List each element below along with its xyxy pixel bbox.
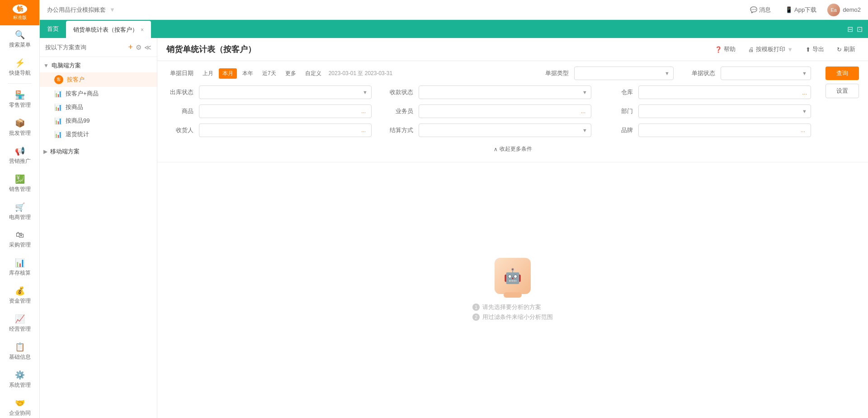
scheme-item-return-stats[interactable]: 📊 退货统计	[40, 128, 157, 141]
brand-more[interactable]: ...	[799, 127, 807, 133]
receiver-more[interactable]: ...	[359, 127, 368, 133]
sidebar-item-purchase[interactable]: 🛍 采购管理	[0, 226, 40, 253]
enterprise-icon: 🤝	[15, 398, 25, 408]
filter-row-2: 出库状态 ▼ 收款状态 ▼ 仓库	[166, 86, 811, 99]
product-more[interactable]: ...	[359, 108, 368, 114]
help-button[interactable]: ❓ 帮助	[711, 43, 739, 55]
sidebar-item-inventory[interactable]: 📊 库存核算	[0, 253, 40, 281]
chart-icon-3: 📊	[54, 117, 62, 124]
brand-select[interactable]: ...	[638, 124, 811, 137]
department-select[interactable]: ▼	[638, 104, 811, 118]
mobile-group-title[interactable]: ▶ 移动端方案	[40, 145, 157, 158]
minimize-icon[interactable]: ⊟	[847, 25, 853, 33]
sidebar-item-label: 搜索菜单	[9, 41, 31, 49]
sidebar-item-ecommerce[interactable]: 🛒 电商管理	[0, 198, 40, 226]
tab-active[interactable]: 销货单统计表（按客户） ×	[66, 21, 151, 39]
sidebar-item-finance[interactable]: 💰 资金管理	[0, 281, 40, 309]
right-content: 销货单统计表（按客户） ❓ 帮助 🖨 按模板打印 ▼ ⬆	[157, 38, 868, 418]
date-this-year[interactable]: 本年	[239, 68, 257, 79]
date-last-month[interactable]: 上月	[199, 68, 217, 79]
user-area[interactable]: Ea demo2	[827, 4, 861, 16]
settings-button[interactable]: 设置	[826, 84, 859, 98]
filter-area: 单据日期 上月 本月 本年 近7天 更多 自定义 2023-03-01 至 20…	[157, 61, 868, 162]
sidebar-item-operations[interactable]: 📈 经营管理	[0, 309, 40, 337]
scheme-item-by-customer-product[interactable]: 📊 按客户+商品	[40, 87, 157, 100]
page-title-bar: 销货单统计表（按客户） ❓ 帮助 🖨 按模板打印 ▼ ⬆	[157, 38, 868, 61]
message-label: 消息	[759, 6, 771, 14]
scheme-item-label: 按商品	[66, 103, 83, 111]
date-last-7days[interactable]: 近7天	[259, 68, 280, 79]
refresh-button[interactable]: ↻ 刷新	[833, 43, 859, 55]
out-status-select[interactable]: ▼	[199, 86, 372, 99]
scheme-item-by-product-99[interactable]: 📊 按商品99	[40, 114, 157, 128]
inventory-icon: 📊	[15, 258, 25, 268]
empty-text: 1 请先选择要分析的方案 2 用过滤条件来缩小分析范围	[472, 301, 553, 323]
scheme-item-label: 退货统计	[66, 130, 89, 138]
product-label: 商品	[166, 107, 193, 115]
logo-icon: 畅	[13, 5, 27, 14]
sidebar-item-wholesale[interactable]: 📦 批发管理	[0, 114, 40, 142]
salesperson-select[interactable]: ...	[419, 104, 591, 118]
filter-row-4: 收货人 ... 结算方式 ▼ 品牌	[166, 124, 811, 137]
export-button[interactable]: ⬆ 导出	[802, 43, 828, 55]
sidebar-item-system[interactable]: ⚙️ 系统管理	[0, 366, 40, 394]
sidebar-item-enterprise[interactable]: 🤝 企业协同	[0, 394, 40, 418]
sidebar-item-marketing[interactable]: 📢 营销推广	[0, 142, 40, 170]
app-logo: 畅 标准版	[0, 0, 40, 25]
date-range-text: 2023-03-01 至 2023-03-31	[329, 70, 392, 77]
hint2-text: 用过滤条件来缩小分析范围	[482, 313, 553, 321]
system-icon: ⚙️	[15, 370, 25, 380]
product-select[interactable]: ...	[199, 104, 372, 118]
collapse-button[interactable]: ∧ 收起更多条件	[166, 142, 859, 157]
sidebar-item-label: 快捷导航	[9, 69, 31, 77]
doc-status-label: 单据状态	[688, 69, 715, 77]
mobile-group-arrow-icon: ▶	[43, 148, 47, 155]
query-button[interactable]: 查询	[826, 66, 859, 80]
sidebar-item-basic[interactable]: 📋 基础信息	[0, 337, 40, 366]
scheme-item-by-product[interactable]: 📊 按商品	[40, 100, 157, 114]
out-status-arrow: ▼	[363, 90, 368, 95]
date-this-month[interactable]: 本月	[219, 68, 237, 79]
desktop-group-title[interactable]: ▼ 电脑端方案	[40, 59, 157, 72]
date-more[interactable]: 更多	[282, 68, 300, 79]
doc-type-select[interactable]: ▼	[574, 66, 674, 80]
doc-status-arrow: ▼	[802, 71, 807, 76]
sidebar-item-sales[interactable]: 💹 销售管理	[0, 170, 40, 198]
retail-icon: 🏪	[15, 90, 25, 100]
date-custom[interactable]: 自定义	[302, 68, 325, 79]
refresh-icon: ↻	[837, 46, 842, 53]
scheme-collapse-button[interactable]: ≪	[144, 43, 151, 52]
tab-bar-icons: ⊟ ⊡	[847, 25, 868, 33]
header-left: 办公用品行业模拟账套 ▼	[47, 6, 115, 14]
app-download-button[interactable]: 📱 App下载	[782, 4, 820, 16]
home-tab-label: 首页	[47, 25, 59, 33]
scheme-panel-header: 按以下方案查询 + ⚙ ≪	[40, 38, 157, 57]
receiver-select[interactable]: ...	[199, 124, 372, 137]
page-content: 按以下方案查询 + ⚙ ≪ ▼ 电脑端方案 客 按客户 📊	[40, 38, 868, 418]
warehouse-select[interactable]: ...	[638, 86, 811, 99]
brand-label: 品牌	[606, 126, 633, 134]
tab-home[interactable]: 首页	[40, 20, 66, 38]
maximize-icon[interactable]: ⊡	[857, 25, 863, 33]
settlement-select[interactable]: ▼	[419, 124, 591, 137]
scheme-settings-button[interactable]: ⚙	[136, 43, 142, 52]
scheme-item-by-customer[interactable]: 客 按客户	[40, 72, 157, 87]
sidebar-item-retail[interactable]: 🏪 零售管理	[0, 86, 40, 114]
scheme-item-label: 按客户+商品	[66, 90, 99, 98]
sidebar-item-quick-nav[interactable]: ⚡ 快捷导航	[0, 53, 40, 81]
scheme-item-label: 按客户	[67, 76, 85, 84]
scheme-add-button[interactable]: +	[128, 43, 133, 52]
message-button[interactable]: 💬 消息	[746, 4, 774, 16]
breadcrumb-chevron: ▼	[109, 6, 115, 13]
filter-row-3: 商品 ... 业务员 ... 部门	[166, 104, 811, 118]
filter-row-date: 单据日期 上月 本月 本年 近7天 更多 自定义 2023-03-01 至 20…	[166, 66, 811, 80]
print-button[interactable]: 🖨 按模板打印 ▼	[745, 43, 797, 55]
scheme-panel: 按以下方案查询 + ⚙ ≪ ▼ 电脑端方案 客 按客户 📊	[40, 38, 157, 418]
salesperson-more[interactable]: ...	[579, 108, 587, 114]
sidebar-item-search[interactable]: 🔍 搜索菜单	[0, 25, 40, 53]
doc-status-select[interactable]: ▼	[721, 66, 811, 80]
collapse-up-icon: ∧	[494, 146, 498, 152]
payment-status-select[interactable]: ▼	[419, 86, 591, 99]
payment-status-arrow: ▼	[582, 90, 587, 95]
tab-close-button[interactable]: ×	[141, 27, 144, 33]
